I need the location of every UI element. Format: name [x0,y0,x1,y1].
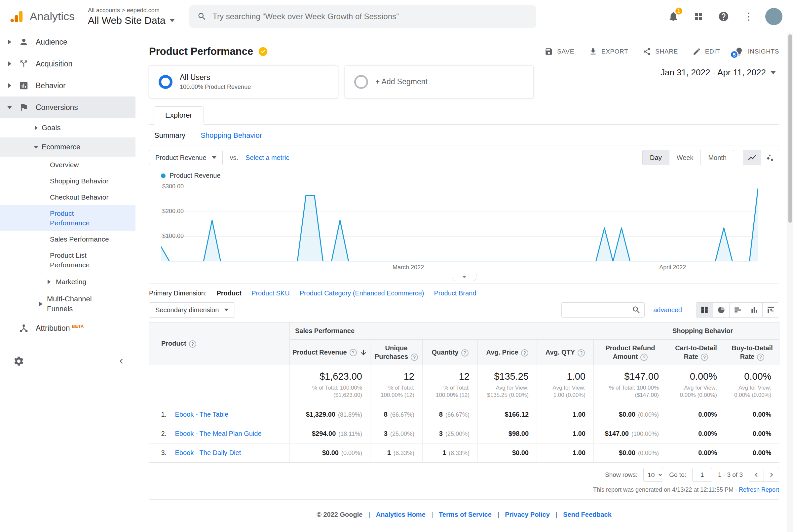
sidebar-item-checkout-behavior[interactable]: Checkout Behavior [0,189,135,205]
tab-explorer[interactable]: Explorer [154,107,204,125]
sidebar-item-goals[interactable]: Goals [0,118,135,137]
percentage-view-button[interactable] [713,303,729,317]
segment-ring-icon [159,75,173,89]
date-range-picker[interactable]: Jan 31, 2022 - Apr 11, 2022 [660,68,776,78]
table-search[interactable] [561,302,645,318]
col-quantity[interactable]: Quantity? [423,340,478,365]
sidebar-item-product-performance[interactable]: Product Performance [0,205,135,231]
col-avg-price[interactable]: Avg. Price? [478,340,537,365]
help-icon[interactable]: ? [521,349,528,357]
table-view-button[interactable] [696,303,713,317]
pivot-view-icon [767,306,775,314]
sidebar-collapse-button[interactable] [116,356,126,367]
save-button[interactable]: SAVE [544,47,574,56]
sidebar-item-marketing[interactable]: Marketing [0,273,135,291]
sidebar-item-acquisition[interactable]: Acquisition [0,53,135,75]
col-cart-to-detail-rate[interactable]: Cart-to-Detail Rate? [667,340,725,365]
tab-bar: Explorer [149,107,779,125]
granularity-week[interactable]: Week [670,150,701,165]
help-icon[interactable]: ? [411,354,418,361]
sort-desc-icon[interactable] [360,348,367,357]
verified-badge-icon[interactable] [258,46,268,57]
sidebar-item-audience[interactable]: Audience [0,33,135,53]
notifications-button[interactable]: 1 [663,6,683,26]
help-icon[interactable]: ? [640,354,647,361]
edit-button[interactable]: EDIT [693,47,720,56]
col-unique-purchases[interactable]: Unique Purchases? [370,340,423,365]
col-buy-to-detail-rate[interactable]: Buy-to-Detail Rate? [725,340,779,365]
help-icon[interactable]: ? [461,349,468,357]
goto-page-input[interactable] [692,468,712,482]
col-product[interactable]: Product? [149,323,290,365]
help-icon[interactable]: ? [578,349,585,357]
select-metric-link[interactable]: Select a metric [246,154,289,162]
sidebar-item-multi-channel-funnels[interactable]: Multi-Channel Funnels [0,291,135,317]
table-search-input[interactable] [565,306,628,314]
help-icon[interactable]: ? [189,340,196,348]
subtab-shopping-behavior[interactable]: Shopping Behavior [200,131,262,140]
more-menu-button[interactable]: ⋮ [739,6,759,26]
help-button[interactable] [714,6,734,26]
export-button[interactable]: EXPORT [589,47,628,56]
insights-button[interactable]: 5 INSIGHTS [735,47,779,56]
prev-page-button[interactable] [749,468,764,482]
divider [149,499,779,500]
search-input[interactable] [212,12,528,21]
footer-link-privacy[interactable]: Privacy Policy [505,511,550,518]
account-avatar[interactable] [764,6,784,26]
line-chart-button[interactable] [743,150,761,165]
chart-collapse-button[interactable] [452,273,477,281]
analytics-logo[interactable]: Analytics [0,9,75,24]
settings-gear-icon[interactable] [13,356,24,368]
comparison-view-button[interactable] [746,303,762,317]
col-avg-qty[interactable]: Avg. QTY? [537,340,594,365]
search-icon[interactable] [632,305,641,315]
product-link[interactable]: Ebook - The Table [175,411,229,418]
granularity-day[interactable]: Day [642,150,670,165]
sidebar-item-behavior[interactable]: Behavior [0,75,135,96]
apps-grid-button[interactable] [689,6,709,26]
sidebar-item-product-list-performance[interactable]: Product List Performance [0,247,135,273]
sidebar-item-overview[interactable]: Overview [0,157,135,173]
account-switcher[interactable]: All accounts > eepedd.com All Web Site D… [88,7,175,26]
secondary-dimension-dropdown[interactable]: Secondary dimension [149,302,235,318]
col-product-revenue[interactable]: Product Revenue? [290,340,370,365]
product-link[interactable]: Ebook - The Daily Diet [175,449,241,457]
sidebar-item-shopping-behavior[interactable]: Shopping Behavior [0,173,135,189]
dimension-product-sku[interactable]: Product SKU [251,289,290,297]
sidebar-item-conversions[interactable]: Conversions [0,96,135,118]
product-link[interactable]: Ebook - The Meal Plan Guide [175,430,262,437]
refresh-report-link[interactable]: Refresh Report [739,487,779,493]
help-icon[interactable]: ? [757,354,764,361]
metric-dropdown[interactable]: Product Revenue [149,150,223,165]
sidebar-item-attribution[interactable]: AttributionBETA [0,317,135,339]
dimension-product[interactable]: Product [216,289,241,297]
help-icon[interactable]: ? [701,354,708,361]
sidebar-item-sales-performance[interactable]: Sales Performance [0,231,135,247]
global-search[interactable] [189,5,536,28]
performance-view-button[interactable] [729,303,746,317]
col-product-refund-amount[interactable]: Product Refund Amount? [594,340,667,365]
footer-link-analytics-home[interactable]: Analytics Home [376,511,426,518]
segment-all-users[interactable]: All Users 100.00% Product Revenue [149,65,338,98]
next-page-button[interactable] [764,468,779,482]
dimension-product-brand[interactable]: Product Brand [434,289,477,297]
granularity-month[interactable]: Month [701,150,734,165]
subtab-summary[interactable]: Summary [154,131,186,140]
scrollbar[interactable] [787,33,793,532]
breadcrumb[interactable]: All accounts > eepedd.com [88,7,175,14]
footer-link-feedback[interactable]: Send Feedback [563,511,612,518]
scatter-chart-button[interactable] [761,150,779,165]
dimension-product-category[interactable]: Product Category (Enhanced Ecommerce) [300,289,424,297]
advanced-filter-link[interactable]: advanced [653,306,682,314]
share-button[interactable]: SHARE [643,47,678,56]
revenue-chart[interactable]: $300.00 $200.00 $100.00 [161,182,758,261]
scrollbar-thumb[interactable] [788,34,792,223]
y-axis-tick: $200.00 [162,208,184,215]
help-icon[interactable]: ? [350,349,357,356]
sidebar-item-ecommerce[interactable]: Ecommerce [0,137,135,157]
footer-link-terms[interactable]: Terms of Service [439,511,492,518]
pivot-view-button[interactable] [762,303,779,317]
add-segment-button[interactable]: + Add Segment [345,65,534,98]
show-rows-select[interactable]: 10 [643,468,663,482]
